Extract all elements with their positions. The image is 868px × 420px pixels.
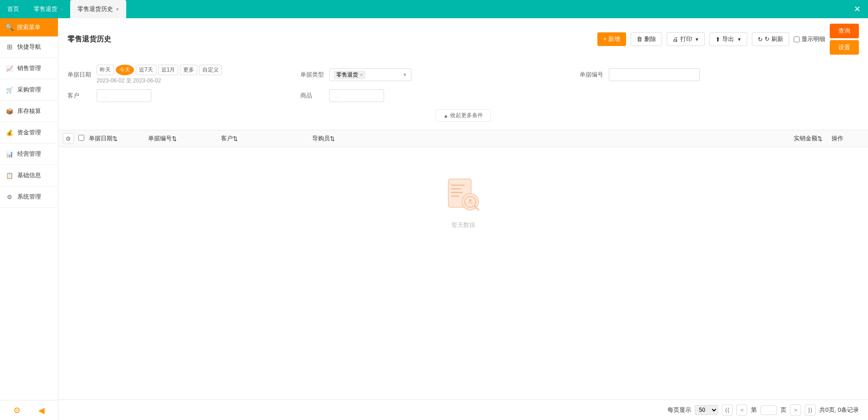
col-date-sort[interactable]: ⇅ (113, 135, 118, 142)
refresh-button[interactable]: ↻ ↻ 刷新 (752, 32, 789, 46)
tab-retail-return-close[interactable]: × (60, 6, 63, 12)
print-button[interactable]: 🖨 打印▼ (667, 32, 705, 46)
doc-no-filter-item: 单据编号 (580, 68, 859, 81)
operations-icon: 📊 (5, 150, 14, 158)
date-today[interactable]: 今天 (116, 65, 134, 75)
date-filter-label: 单据日期 (67, 71, 93, 79)
export-button[interactable]: ⬆ 导出▼ (709, 32, 747, 46)
sidebar-search-label: 搜索菜单 (17, 23, 41, 31)
window-close-button[interactable]: ✕ (847, 4, 868, 14)
display-detail-checkbox-label: 显示明细 (794, 35, 825, 43)
date-quick-group: 昨天 今天 近7天 近1月 更多 自定义 (97, 65, 222, 75)
print-chevron: ▼ (695, 37, 699, 42)
sidebar-item-operations[interactable]: 📊 经营管理 (0, 143, 58, 165)
inventory-icon: 📦 (5, 107, 14, 115)
empty-state: 暂无数据 (58, 147, 868, 256)
goods-input[interactable]: … (329, 89, 384, 102)
col-amount-label: 实销金额 (794, 134, 817, 143)
date-more[interactable]: 更多 (180, 65, 197, 75)
tab-retail-return[interactable]: 零售退货 × (26, 0, 70, 18)
date-1month[interactable]: 近1月 (158, 65, 179, 75)
date-range-display: 2023-06-02 至 2023-06-02 (97, 77, 222, 85)
table-area: ⚙ 单据日期 ⇅ 单据编号 ⇅ 客户 ⇅ (58, 130, 868, 400)
sidebar-item-quicknav[interactable]: ⊞ 快捷导航 (0, 36, 58, 58)
sidebar-item-inventory[interactable]: 📦 库存核算 (0, 101, 58, 122)
goods-placeholder: … (334, 92, 341, 99)
col-customer-label: 客户 (221, 134, 233, 143)
empty-text: 暂无数据 (452, 221, 475, 229)
sidebar-item-finance[interactable]: 💰 资金管理 (0, 122, 58, 143)
col-amount: 实销金额 ⇅ (371, 134, 827, 143)
customer-filter-item: 客户 … (67, 89, 300, 102)
tab-retail-return-history-close[interactable]: × (116, 6, 118, 12)
collapse-button[interactable]: ▲ 收起更多条件 (436, 109, 491, 122)
display-detail-label: 显示明细 (801, 35, 825, 43)
col-docno-sort[interactable]: ⇅ (172, 135, 177, 142)
per-page-select[interactable]: 20 50 100 200 (695, 405, 718, 415)
last-page-btn[interactable]: ⟩⟩ (805, 405, 816, 415)
sidebar-item-finance-label: 资金管理 (17, 128, 41, 137)
settings-bottom-icon[interactable]: ⚙ (13, 405, 21, 415)
next-page-btn[interactable]: ＞ (790, 405, 801, 415)
setting-button[interactable]: 设置 (830, 40, 859, 55)
collapse-sidebar-icon[interactable]: ◀ (38, 405, 45, 415)
col-action-label: 操作 (832, 134, 843, 143)
customer-placeholder: … (102, 92, 108, 99)
customer-input[interactable]: … (97, 89, 151, 102)
finance-icon: 💰 (5, 128, 14, 137)
sidebar-item-system-label: 系统管理 (17, 193, 41, 201)
doc-no-input[interactable] (609, 68, 700, 81)
doc-type-tag-label: 零售退货 (336, 71, 358, 79)
table-settings-icon[interactable]: ⚙ (63, 133, 74, 144)
date-filter-item: 单据日期 昨天 今天 近7天 近1月 更多 自定义 2023-06-02 至 2… (67, 65, 300, 85)
doc-type-label: 单据类型 (300, 71, 326, 79)
prev-page-btn[interactable]: ＜ (736, 405, 747, 415)
doc-type-tag-close[interactable]: × (360, 72, 363, 77)
sales-icon: 📈 (5, 64, 14, 72)
sidebar-search[interactable]: 🔍 搜索菜单 (0, 18, 58, 36)
col-action: 操作 (827, 134, 863, 143)
col-customer-sort[interactable]: ⇅ (233, 135, 238, 142)
col-customer: 客户 ⇅ (216, 134, 308, 143)
tab-home[interactable]: 首页 (0, 0, 26, 18)
col-docno-label: 单据编号 (148, 134, 172, 143)
tab-retail-return-history[interactable]: 零售退货历史 × (70, 0, 126, 18)
select-all-checkbox[interactable] (78, 135, 84, 141)
display-detail-checkbox[interactable] (794, 36, 800, 42)
query-button[interactable]: 查询 (830, 24, 859, 38)
doc-no-label: 单据编号 (580, 71, 605, 79)
new-button[interactable]: + 新增 (597, 32, 626, 46)
col-date: 单据日期 ⇅ (84, 134, 144, 143)
pagination-bar: 每页显示 20 50 100 200 ⟨⟨ ＜ 第 1 页 ＞ ⟩⟩ 共0页, … (58, 400, 868, 420)
table-toolbar: ⚙ 单据日期 ⇅ 单据编号 ⇅ 客户 ⇅ (58, 130, 868, 147)
svg-point-8 (469, 199, 472, 202)
tab-home-label: 首页 (7, 5, 19, 13)
doc-type-select[interactable]: 零售退货 × ▼ (329, 68, 411, 81)
svg-rect-4 (451, 195, 459, 197)
page-input[interactable]: 1 (760, 405, 777, 415)
sidebar-item-basicinfo-label: 基础信息 (17, 171, 41, 179)
customer-filter-label: 客户 (67, 92, 93, 100)
sidebar-item-basicinfo[interactable]: 📋 基础信息 (0, 165, 58, 186)
delete-button[interactable]: 🗑 删除 (631, 32, 662, 46)
sidebar-item-system[interactable]: ⚙ 系统管理 (0, 186, 58, 208)
content-area: 零售退货历史 + 新增 🗑 删除 🖨 打印▼ ⬆ 导出▼ ↻ ↻ 刷新 显示明细 (58, 18, 868, 420)
date-custom[interactable]: 自定义 (199, 65, 222, 75)
date-7days[interactable]: 近7天 (136, 65, 156, 75)
sidebar-item-operations-label: 经营管理 (17, 150, 41, 158)
page-title: 零售退货历史 (67, 35, 111, 44)
col-docno: 单据编号 ⇅ (144, 134, 216, 143)
first-page-btn[interactable]: ⟨⟨ (722, 405, 733, 415)
page-label: 第 (751, 406, 757, 414)
sidebar-item-sales[interactable]: 📈 销售管理 (0, 58, 58, 79)
col-date-label: 单据日期 (89, 134, 113, 143)
col-amount-sort[interactable]: ⇅ (817, 135, 822, 142)
tab-retail-return-label: 零售退货 (34, 5, 57, 13)
date-yesterday[interactable]: 昨天 (97, 65, 114, 75)
quicknav-icon: ⊞ (5, 43, 14, 51)
sidebar-item-purchase[interactable]: 🛒 采购管理 (0, 79, 58, 101)
filter-area: 单据日期 昨天 今天 近7天 近1月 更多 自定义 2023-06-02 至 2… (67, 60, 859, 130)
col-guide-sort[interactable]: ⇅ (330, 135, 335, 142)
doc-type-dropdown-icon: ▼ (402, 72, 407, 77)
empty-icon (443, 174, 484, 215)
